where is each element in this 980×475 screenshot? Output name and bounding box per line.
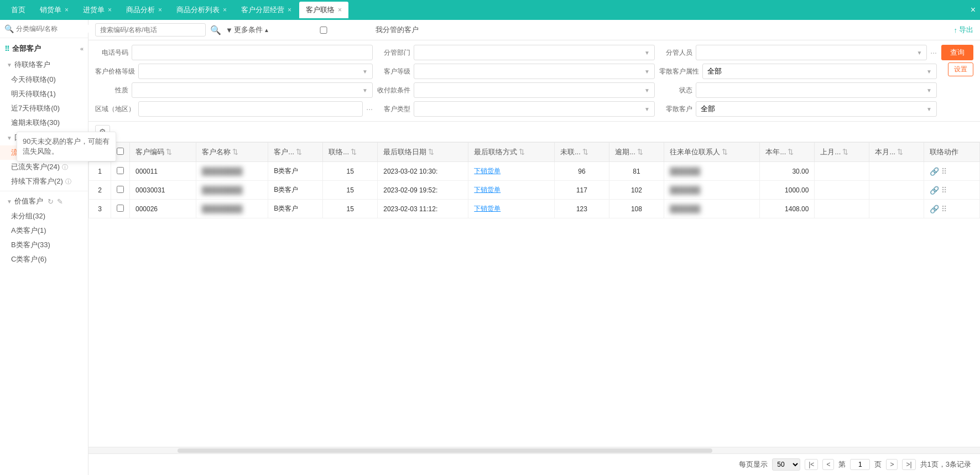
- col-last-month[interactable]: 上月...⇅: [815, 143, 869, 162]
- table-row: 2 00030031 ████████ B类客户 15 2023-02-09 1…: [89, 181, 980, 200]
- export-btn[interactable]: ↑ 导出: [954, 25, 974, 35]
- next-page-btn[interactable]: >: [886, 459, 898, 470]
- row-checkbox[interactable]: [117, 186, 124, 193]
- sidebar-search-input[interactable]: [16, 25, 99, 33]
- scatter-attr-down-arrow: ▼: [926, 69, 932, 75]
- sidebar-group-value-title[interactable]: ▼ 价值客户 ↻ ✎: [0, 194, 88, 209]
- close-product-analysis-tab[interactable]: ×: [158, 6, 162, 14]
- export-icon: ↑: [954, 26, 958, 34]
- row-method[interactable]: 下销货单: [468, 200, 555, 218]
- my-customers-checkbox[interactable]: [274, 27, 373, 34]
- col-type[interactable]: 客户...⇅: [268, 143, 323, 162]
- filter-price-level-select[interactable]: ▼: [138, 64, 373, 79]
- tab-sales[interactable]: 销货单 ×: [33, 2, 75, 18]
- col-unlink[interactable]: 未联...⇅: [554, 143, 609, 162]
- filter-customer-level-select[interactable]: ▼: [414, 64, 655, 79]
- sidebar-item-classC[interactable]: C类客户(6): [0, 252, 88, 267]
- col-year-amount[interactable]: 本年...⇅: [760, 143, 815, 162]
- tab-customer-layered[interactable]: 客户分层经营 ×: [234, 2, 298, 18]
- sidebar-search-area: 🔍: [0, 20, 88, 38]
- col-contact[interactable]: 联络...⇅: [323, 143, 378, 162]
- select-all-checkbox[interactable]: [117, 148, 124, 155]
- all-customers-header[interactable]: ⠿ 全部客户 «: [0, 40, 88, 57]
- filter-payment-select[interactable]: ▼: [414, 82, 655, 98]
- page-input[interactable]: [850, 459, 870, 470]
- row-checkbox[interactable]: [117, 205, 124, 212]
- filter-nature-select[interactable]: ▼: [132, 82, 373, 98]
- col-name-label: 客户名称: [202, 148, 231, 156]
- action-link-icon[interactable]: 🔗: [930, 167, 939, 176]
- sidebar-collapse-btn[interactable]: «: [80, 45, 84, 52]
- filter-nature: 性质 ▼: [95, 82, 373, 98]
- filter-scatter-attr-select[interactable]: 全部 ▼: [702, 64, 937, 79]
- sidebar-item-tomorrow[interactable]: 明天待联络(1): [0, 87, 88, 101]
- filter-person-select[interactable]: ▼: [696, 45, 927, 60]
- close-window-btn[interactable]: ×: [971, 5, 976, 15]
- col-overdue-label: 逾期...: [615, 148, 635, 156]
- sidebar-item-overdue[interactable]: 逾期未联络(30): [0, 116, 88, 130]
- filter-status-select[interactable]: ▼: [696, 82, 937, 98]
- filter-dept-select[interactable]: ▼: [414, 45, 655, 60]
- filter-price-level-label: 客户价格等级: [95, 67, 135, 76]
- sidebar-item-today[interactable]: 今天待联络(0): [0, 72, 88, 87]
- sidebar-item-ungroup[interactable]: 未分组(32): [0, 209, 88, 223]
- prev-page-btn[interactable]: <: [822, 459, 834, 470]
- action-link-icon[interactable]: 🔗: [930, 205, 939, 213]
- col-contact-person[interactable]: 往来单位联系人⇅: [664, 143, 760, 162]
- sidebar-group-pending-title[interactable]: ▼ 待联络客户: [0, 57, 88, 72]
- tab-home[interactable]: 首页: [4, 2, 32, 18]
- close-customer-contact-tab[interactable]: ×: [338, 6, 342, 14]
- row-checkbox-cell[interactable]: [111, 181, 130, 200]
- value-edit-icon[interactable]: ✎: [57, 197, 63, 206]
- row-checkbox-cell[interactable]: [111, 200, 130, 218]
- value-refresh-icon[interactable]: ↻: [48, 197, 54, 206]
- filter-scatter-customer-select[interactable]: 全部 ▼: [696, 101, 937, 117]
- tab-product-analysis[interactable]: 商品分析 ×: [119, 2, 169, 18]
- my-customers-checkbox-label[interactable]: 我分管的客户: [274, 25, 419, 35]
- filter-phone-input[interactable]: [132, 45, 373, 60]
- sidebar-item-declining[interactable]: 持续下滑客户(2) ⓘ: [0, 174, 88, 189]
- close-purchase-tab[interactable]: ×: [108, 6, 112, 14]
- col-last-contact-date[interactable]: 最后联络日期⇅: [378, 143, 468, 162]
- action-menu-icon[interactable]: ⠿: [941, 186, 947, 195]
- table-scrollbar[interactable]: [178, 448, 712, 453]
- query-button[interactable]: 查询: [941, 45, 973, 60]
- tab-customer-contact[interactable]: 客户联络 ×: [299, 2, 348, 18]
- close-sales-tab[interactable]: ×: [65, 6, 69, 14]
- row-checkbox-cell[interactable]: [111, 162, 130, 181]
- col-code[interactable]: 客户编码⇅: [130, 143, 196, 162]
- sort-icon-code: ⇅: [166, 148, 172, 156]
- settings-button[interactable]: 设置: [948, 62, 973, 76]
- arrow-icon-review: ▼: [7, 135, 12, 141]
- tab-product-analysis-list[interactable]: 商品分析列表 ×: [170, 2, 233, 18]
- close-customer-layered-tab[interactable]: ×: [288, 6, 291, 14]
- person-dots-btn[interactable]: ···: [930, 48, 937, 57]
- action-link-icon[interactable]: 🔗: [930, 186, 939, 195]
- tab-purchase[interactable]: 进货单 ×: [76, 2, 118, 18]
- per-page-select[interactable]: 50 20 100: [772, 458, 800, 471]
- filter-region-select[interactable]: [138, 101, 363, 117]
- tab-customer-layered-label: 客户分层经营: [241, 5, 284, 15]
- more-conditions-btn[interactable]: ▼ 更多条件 ▲: [226, 25, 269, 35]
- search-input[interactable]: [95, 23, 206, 36]
- action-menu-icon[interactable]: ⠿: [941, 167, 947, 176]
- region-dots-btn[interactable]: ···: [366, 105, 373, 113]
- last-page-btn[interactable]: >|: [902, 459, 915, 470]
- sidebar-item-classA[interactable]: A类客户(1): [0, 223, 88, 238]
- close-product-analysis-list-tab[interactable]: ×: [223, 6, 227, 14]
- col-last-contact-method[interactable]: 最后联络方式⇅: [468, 143, 555, 162]
- action-menu-icon[interactable]: ⠿: [941, 205, 947, 213]
- sidebar-item-classB[interactable]: B类客户(33): [0, 238, 88, 252]
- col-overdue[interactable]: 逾期...⇅: [609, 143, 664, 162]
- row-method[interactable]: 下销货单: [468, 181, 555, 200]
- row-method[interactable]: 下销货单: [468, 162, 555, 181]
- sidebar-item-churned[interactable]: 已流失客户(24) ⓘ: [0, 160, 88, 174]
- first-page-btn[interactable]: |<: [805, 459, 818, 470]
- search-button[interactable]: 🔍: [210, 25, 221, 35]
- sidebar-item-7days[interactable]: 近7天待联络(0): [0, 101, 88, 116]
- col-this-month[interactable]: 本月...⇅: [869, 143, 924, 162]
- col-name[interactable]: 客户名称⇅: [196, 143, 268, 162]
- row-checkbox[interactable]: [117, 167, 124, 174]
- filter-customer-type-select[interactable]: ▼: [414, 101, 655, 117]
- row-date: 2023-03-02 10:30:: [378, 162, 468, 181]
